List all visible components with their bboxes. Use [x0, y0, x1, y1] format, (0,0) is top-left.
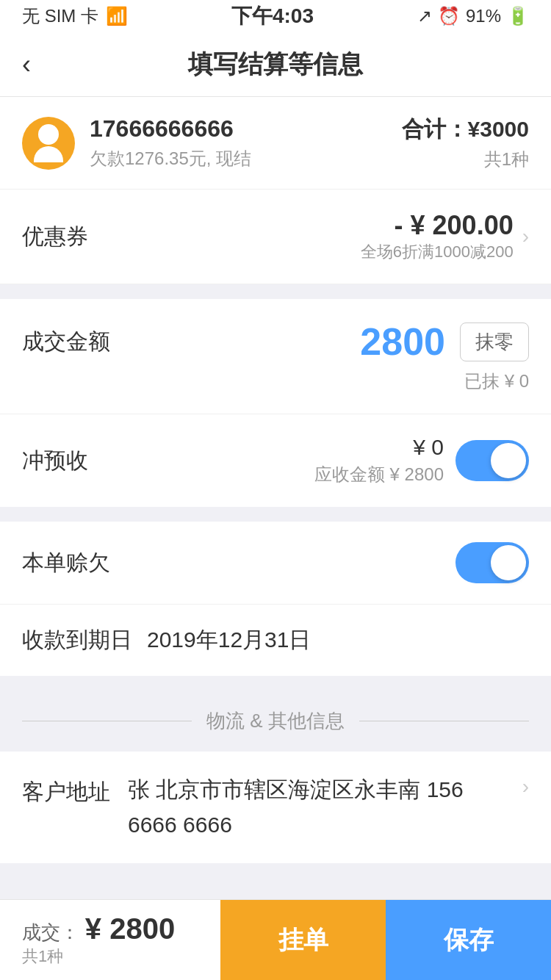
status-left: 无 SIM 卡 📶 — [22, 4, 128, 28]
back-button[interactable]: ‹ — [22, 42, 46, 87]
total-count: 共1种 — [402, 148, 529, 171]
address-value: 张 北京市市辖区海淀区永丰南 156 6666 6666 — [128, 772, 516, 843]
amount-sub: 已抹 ¥ 0 — [22, 370, 529, 393]
logistics-text: 物流 & 其他信息 — [206, 708, 345, 734]
bad-debt-toggle[interactable] — [455, 542, 529, 583]
prepay-sub: 应收金额 ¥ 2800 — [314, 463, 444, 486]
chevron-right-icon: › — [522, 225, 529, 248]
wifi-icon: 📶 — [106, 6, 128, 26]
prepay-right: ¥ 0 应收金额 ¥ 2800 — [314, 435, 529, 486]
due-date-row: 收款到期日 2019年12月31日 — [22, 625, 529, 655]
avatar-head-shape — [38, 124, 59, 145]
hold-button[interactable]: 挂单 — [220, 900, 386, 980]
logistics-divider: 物流 & 其他信息 — [0, 691, 551, 752]
status-bar: 无 SIM 卡 📶 下午4:03 ↗ ⏰ 91% 🔋 — [0, 0, 551, 32]
battery-text: 91% — [466, 6, 501, 26]
avatar-torso-shape — [34, 146, 63, 162]
avatar-body — [34, 124, 63, 162]
address-section[interactable]: 客户地址 张 北京市市辖区海淀区永丰南 156 6666 6666 › — [0, 752, 551, 863]
status-time: 下午4:03 — [231, 2, 314, 30]
due-date-label: 收款到期日 — [22, 625, 132, 655]
footer-amount-label: 成交： — [22, 921, 79, 943]
avatar — [22, 117, 75, 170]
amount-label: 成交金额 — [22, 327, 110, 357]
customer-info-row: 17666666666 欠款1276.35元, 现结 合计：¥3000 共1种 — [0, 97, 551, 190]
section-gap-3 — [0, 676, 551, 691]
prepay-label: 冲预收 — [22, 446, 88, 476]
page-title: 填写结算等信息 — [188, 48, 363, 82]
footer-amount-row: 成交： ¥ 2800 — [22, 912, 198, 945]
prepay-row: 冲预收 ¥ 0 应收金额 ¥ 2800 — [22, 435, 529, 486]
customer-details: 17666666666 欠款1276.35元, 现结 — [90, 115, 251, 170]
section-gap-1 — [0, 284, 551, 299]
carrier-text: 无 SIM 卡 — [22, 4, 98, 28]
customer-left: 17666666666 欠款1276.35元, 现结 — [22, 115, 251, 170]
total-amount: 合计：¥3000 — [402, 115, 529, 145]
nav-bar: ‹ 填写结算等信息 — [0, 32, 551, 97]
coupon-amount: - ¥ 200.00 — [361, 210, 514, 241]
amount-right: 2800 抹零 — [360, 320, 529, 364]
coupon-row[interactable]: 优惠券 - ¥ 200.00 全场6折满1000减200 › — [0, 190, 551, 284]
alarm-icon: ⏰ — [438, 6, 460, 26]
customer-debt: 欠款1276.35元, 现结 — [90, 147, 251, 170]
prepay-values: ¥ 0 应收金额 ¥ 2800 — [314, 435, 444, 486]
customer-right: 合计：¥3000 共1种 — [402, 115, 529, 171]
footer-left: 成交： ¥ 2800 共1种 — [0, 912, 220, 968]
amount-row: 成交金额 2800 抹零 — [22, 320, 529, 364]
footer: 成交： ¥ 2800 共1种 挂单 保存 — [0, 899, 551, 980]
coupon-info: - ¥ 200.00 全场6折满1000减200 — [361, 210, 514, 263]
battery-icon: 🔋 — [507, 6, 529, 26]
coupon-desc: 全场6折满1000减200 — [361, 241, 514, 263]
footer-amount: ¥ 2800 — [85, 912, 175, 945]
toggle-knob — [491, 443, 526, 478]
prepay-value: ¥ 0 — [314, 435, 444, 460]
status-right: ↗ ⏰ 91% 🔋 — [417, 6, 529, 26]
bad-debt-label: 本单赊欠 — [22, 548, 110, 578]
section-gap-2 — [0, 507, 551, 522]
round-button[interactable]: 抹零 — [460, 323, 529, 361]
customer-card: 17666666666 欠款1276.35元, 现结 合计：¥3000 共1种 … — [0, 97, 551, 284]
amount-section: 成交金额 2800 抹零 已抹 ¥ 0 — [0, 299, 551, 414]
address-label: 客户地址 — [22, 772, 110, 808]
prepay-section: 冲预收 ¥ 0 应收金额 ¥ 2800 — [0, 414, 551, 507]
location-icon: ↗ — [417, 6, 432, 26]
address-chevron-icon: › — [522, 772, 529, 799]
bad-debt-section: 本单赊欠 — [0, 522, 551, 604]
save-button[interactable]: 保存 — [386, 900, 551, 980]
prepay-toggle[interactable] — [455, 440, 529, 481]
due-date-value: 2019年12月31日 — [147, 625, 311, 655]
footer-count: 共1种 — [22, 945, 198, 968]
amount-value: 2800 — [360, 320, 445, 364]
coupon-right: - ¥ 200.00 全场6折满1000减200 › — [361, 210, 529, 263]
divider-line-left — [22, 721, 192, 721]
coupon-label: 优惠券 — [22, 222, 88, 252]
bad-debt-toggle-knob — [491, 545, 526, 580]
divider-line-right — [359, 721, 529, 721]
due-date-section: 收款到期日 2019年12月31日 — [0, 604, 551, 676]
customer-phone: 17666666666 — [90, 115, 251, 143]
